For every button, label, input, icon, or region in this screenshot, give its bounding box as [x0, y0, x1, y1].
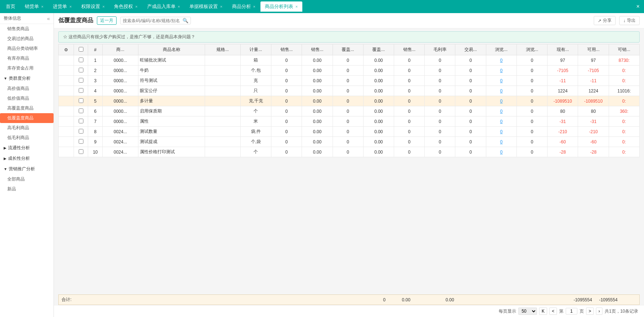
cell-checkbox[interactable]	[74, 147, 88, 157]
sidebar-section-marketing[interactable]: ▼ 营销推广分析	[0, 164, 54, 174]
cell-checkbox[interactable]	[74, 55, 88, 66]
close-icon[interactable]: ×	[69, 4, 71, 9]
row-checkbox[interactable]	[79, 139, 83, 144]
close-icon[interactable]: ×	[295, 4, 298, 9]
sidebar-item-stock-goods[interactable]: 有库存商品	[0, 54, 54, 63]
close-icon[interactable]: ×	[135, 4, 137, 9]
col-gross-header[interactable]: 毛利率	[425, 44, 455, 55]
next-page-button[interactable]: >	[586, 308, 594, 315]
close-icon[interactable]: ×	[253, 4, 255, 9]
nav-tab-purchase[interactable]: 进货单 ×	[48, 1, 76, 12]
col-name-header[interactable]: 商品名称	[138, 44, 205, 55]
select-all-checkbox[interactable]	[79, 47, 83, 52]
sidebar-item-high-value[interactable]: 高价值商品	[0, 84, 54, 94]
page-number-input[interactable]	[566, 308, 577, 314]
sidebar-item-low-coverage[interactable]: 低覆盖度商品	[0, 113, 54, 123]
cell-checkbox[interactable]	[74, 66, 88, 76]
col-cover2-header[interactable]: 覆盖...	[363, 44, 394, 55]
nav-tab-home[interactable]: 首页	[1, 1, 20, 12]
nav-tab-analysis[interactable]: 商品分析 ×	[228, 1, 260, 12]
row-checkbox[interactable]	[79, 98, 83, 103]
row-checkbox[interactable]	[79, 149, 83, 154]
last-page-button[interactable]: ›	[596, 308, 602, 315]
prev-page-button[interactable]: <	[549, 308, 557, 315]
sidebar-item-high-margin[interactable]: 高毛利商品	[0, 123, 54, 133]
table-container[interactable]: ⚙ # 商... 商品名称 规格... 计量... 销售... 销售... 覆盖…	[58, 44, 640, 294]
cell-browse1[interactable]: 0	[486, 55, 517, 66]
col-browse1-header[interactable]: 浏览...	[486, 44, 517, 55]
nav-tab-roles[interactable]: 角色授权 ×	[110, 1, 142, 12]
cell-checkbox[interactable]	[74, 106, 88, 116]
nav-tab-perms[interactable]: 权限设置 ×	[77, 1, 109, 12]
search-input[interactable]	[123, 18, 181, 23]
sidebar-item-low-value[interactable]: 低价值商品	[0, 94, 54, 103]
col-spec-header[interactable]: 规格...	[205, 44, 240, 55]
nav-tab-template[interactable]: 单据模板设置 ×	[185, 1, 227, 12]
col-settings[interactable]: ⚙	[59, 44, 74, 55]
export-button[interactable]: ↓ 导出	[619, 16, 640, 25]
first-page-button[interactable]: K	[539, 308, 547, 315]
close-icon[interactable]: ×	[102, 4, 105, 9]
cell-browse1[interactable]: 0	[486, 127, 517, 137]
nav-tab-analysis-list[interactable]: 商品分析列表 ×	[260, 1, 302, 12]
row-checkbox[interactable]	[79, 88, 83, 93]
cell-browse1[interactable]: 0	[486, 106, 517, 116]
share-button[interactable]: ↗ 分享	[594, 16, 616, 25]
sidebar-item-category-rate[interactable]: 商品分类动销率	[0, 44, 54, 54]
cell-salable: 0:	[609, 76, 639, 86]
row-checkbox[interactable]	[79, 78, 83, 83]
nav-tab-sales[interactable]: 销货单 ×	[20, 1, 48, 12]
row-checkbox[interactable]	[79, 129, 83, 134]
cell-checkbox[interactable]	[74, 137, 88, 147]
col-select-all[interactable]	[74, 44, 88, 55]
nav-tab-products[interactable]: 产成品入库单 ×	[143, 1, 184, 12]
col-sales1-header[interactable]: 销售...	[271, 44, 302, 55]
page-size-select[interactable]: 50 100 200	[518, 308, 537, 315]
col-salable-header[interactable]: 可销...	[609, 44, 639, 55]
sidebar-section-growth[interactable]: ▶ 成长性分析	[0, 153, 54, 164]
col-trade-header[interactable]: 交易...	[455, 44, 486, 55]
sidebar-item-high-coverage[interactable]: 高覆盖度商品	[0, 103, 54, 113]
close-icon[interactable]: ×	[41, 4, 43, 9]
col-browse2-header[interactable]: 浏览...	[517, 44, 547, 55]
sidebar-item-traded-goods[interactable]: 交易过的商品	[0, 34, 54, 44]
cell-checkbox[interactable]	[74, 86, 88, 96]
col-code-header[interactable]: 商...	[102, 44, 138, 55]
cell-browse1[interactable]: 0	[486, 137, 517, 147]
sidebar-item-new-goods[interactable]: 新品	[0, 184, 54, 194]
col-available-header[interactable]: 可用...	[578, 44, 609, 55]
cell-browse1[interactable]: 0	[486, 116, 517, 127]
sidebar-item-stock-capital[interactable]: 库存资金占用	[0, 63, 54, 73]
row-checkbox[interactable]	[79, 108, 83, 113]
sidebar-item-all-goods[interactable]: 全部商品	[0, 174, 54, 184]
col-current-header[interactable]: 现有...	[547, 44, 578, 55]
col-unit-header[interactable]: 计量...	[240, 44, 271, 55]
cell-browse1[interactable]: 0	[486, 76, 517, 86]
cell-browse1[interactable]: 0	[486, 66, 517, 76]
cell-browse1[interactable]: 0	[486, 147, 517, 157]
col-sales2-header[interactable]: 销售...	[302, 44, 333, 55]
cell-checkbox[interactable]	[74, 116, 88, 127]
cell-browse1[interactable]: 0	[486, 96, 517, 106]
cell-checkbox[interactable]	[74, 96, 88, 106]
sidebar-item-low-margin[interactable]: 低毛利商品	[0, 133, 54, 143]
cell-browse2: 0	[517, 116, 547, 127]
cell-browse1[interactable]: 0	[486, 86, 517, 96]
col-cover1-header[interactable]: 覆盖...	[333, 44, 363, 55]
sidebar-section-flow[interactable]: ▶ 流通性分析	[0, 143, 54, 153]
sidebar-item-sales-goods[interactable]: 销售类商品	[0, 24, 54, 34]
col-sales3-header[interactable]: 销售...	[394, 44, 424, 55]
close-icon[interactable]: ×	[178, 4, 180, 9]
cell-sales1: 0	[271, 106, 302, 116]
period-button[interactable]: 近一月	[97, 16, 117, 25]
cell-checkbox[interactable]	[74, 127, 88, 137]
row-checkbox[interactable]	[79, 58, 83, 62]
window-close-button[interactable]: ×	[633, 3, 643, 10]
cell-checkbox[interactable]	[74, 76, 88, 86]
row-checkbox[interactable]	[79, 68, 83, 72]
row-checkbox[interactable]	[79, 119, 83, 123]
close-icon[interactable]: ×	[220, 4, 222, 9]
sidebar-collapse-button[interactable]: «	[47, 16, 50, 21]
search-icon[interactable]: 🔍	[182, 18, 188, 23]
sidebar-section-cluster[interactable]: ▼ 类群度分析	[0, 73, 54, 84]
